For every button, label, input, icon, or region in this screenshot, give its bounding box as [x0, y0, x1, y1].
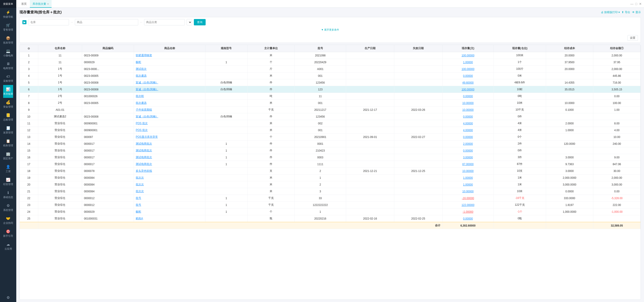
qty-link[interactable]: POS显示库存异常 — [136, 135, 158, 138]
table-cell[interactable]: 1.00000 — [442, 181, 494, 188]
qty-link[interactable]: 10.00000 — [462, 108, 474, 111]
qty-link[interactable]: POS 批次 — [136, 122, 148, 125]
qty-link[interactable]: 子件保质期组 — [136, 108, 152, 111]
qty-link[interactable]: 橱柜 — [136, 210, 141, 213]
table-cell[interactable]: 0.00000 — [442, 113, 494, 120]
sidebar-item-general[interactable]: 📒总账管理 — [3, 111, 13, 124]
qty-link[interactable]: 测试电商批次 — [136, 142, 152, 145]
sidebar-item-inventory[interactable]: 📊库存核算 — [3, 85, 13, 98]
table-cell[interactable]: 富诚（白色/闵楠） — [134, 86, 206, 93]
table-cell[interactable]: 测试批次 — [134, 66, 206, 73]
table-cell[interactable]: 0.00000 — [442, 134, 494, 140]
sidebar-item-corp[interactable]: 🤝企业协同 — [3, 214, 13, 227]
sidebar-item-newbie[interactable]: 🎯新手引导 — [3, 227, 13, 240]
qty-link[interactable]: -16.00000 — [462, 197, 474, 200]
qty-link[interactable]: 多头异色软线 — [136, 169, 152, 172]
table-cell[interactable]: 测试电商批次 — [134, 154, 206, 161]
table-cell[interactable]: POS显示库存异常 — [134, 134, 206, 140]
qty-link[interactable]: -1.00000 — [462, 210, 473, 213]
table-cell[interactable]: 富诚（白色/闵楠） — [134, 79, 206, 86]
qty-link[interactable]: 测试电商批次 — [136, 149, 152, 152]
qty-link[interactable]: 100.00000 — [462, 88, 474, 91]
table-cell[interactable]: 批次次 — [134, 181, 206, 188]
category-input[interactable] — [144, 19, 185, 25]
sidebar-item-asset[interactable]: 💰资金管理 — [3, 98, 13, 111]
qty-link[interactable]: 0.00000 — [463, 95, 473, 98]
sidebar-item-ops[interactable]: 📈经营管理 — [3, 175, 13, 188]
qty-link[interactable]: 测试电商批次 — [136, 163, 152, 166]
warehouse-input[interactable] — [28, 19, 69, 25]
table-cell[interactable]: 批次框 — [134, 93, 206, 100]
qty-link[interactable]: 1.00000 — [463, 176, 473, 180]
qty-link[interactable]: 0.00000 — [463, 149, 473, 152]
sidebar-item-sys[interactable]: ⚙系统管理 — [3, 201, 13, 214]
table-cell[interactable]: 测试电商批次 — [134, 147, 206, 154]
table-cell[interactable]: -16.00000 — [442, 195, 494, 202]
qty-link[interactable]: 批号 — [136, 196, 141, 200]
table-cell[interactable]: -1.00000 — [442, 208, 494, 215]
qty-link[interactable]: 批次遴选 — [136, 101, 146, 104]
table-cell[interactable]: 4.00000 — [442, 120, 494, 127]
qty-link[interactable]: 0.00000 — [463, 135, 473, 139]
qty-link[interactable]: 122.00000 — [462, 203, 474, 207]
table-cell[interactable]: 批号 — [134, 195, 206, 202]
qty-link[interactable]: 橱柜 — [136, 61, 141, 64]
table-cell[interactable]: 100.00000 — [442, 86, 494, 93]
qty-link[interactable]: 10.00000 — [462, 101, 474, 105]
qty-link[interactable]: 4.00000 — [463, 122, 473, 125]
expand-button[interactable]: ▶ — [22, 20, 26, 24]
qty-link[interactable]: 4.00000 — [463, 129, 473, 132]
qty-link[interactable]: 批号 — [136, 203, 141, 206]
table-cell[interactable]: 100.00000 — [442, 66, 494, 73]
table-cell[interactable]: 100.00000 — [442, 52, 494, 59]
sidebar-item-cloud[interactable]: ☁云应用 — [3, 240, 13, 253]
sidebar-item-tax[interactable]: 📋税务管理 — [3, 137, 13, 149]
table-cell[interactable]: 鲜肉A — [134, 215, 206, 222]
table-cell[interactable]: 1.00000 — [442, 175, 494, 181]
table-cell[interactable]: 富诚（白色/闵楠） — [134, 113, 206, 120]
qty-link[interactable]: 富诚（白色/闵楠） — [136, 115, 158, 118]
qty-link[interactable]: 100.00000 — [462, 68, 474, 71]
qty-link[interactable]: 0.00000 — [463, 74, 473, 77]
tab-close-inventory-batch[interactable]: ✕ — [47, 3, 49, 5]
table-cell[interactable]: 批次次 — [134, 188, 206, 195]
table-cell[interactable]: 软硬通用物资 — [134, 52, 206, 59]
table-cell[interactable]: 10.00000 — [442, 100, 494, 106]
table-cell[interactable]: 0.00000 — [442, 215, 494, 222]
qty-link[interactable]: 10.00000 — [462, 170, 474, 173]
qty-link[interactable]: 49.60000 — [462, 81, 474, 84]
maximize-btn[interactable]: □ — [636, 2, 637, 6]
table-cell[interactable]: 1.00000 — [442, 59, 494, 66]
table-cell[interactable]: 0.00000 — [442, 147, 494, 154]
table-cell[interactable]: 批次次 — [134, 175, 206, 181]
sidebar-item-wholesale[interactable]: 📦批发管理 — [3, 34, 13, 47]
close-btn[interactable]: ✕ — [639, 2, 642, 6]
qty-link[interactable]: 10.00000 — [462, 190, 474, 193]
sidebar-item-purchase[interactable]: 🏷采购管理 — [3, 72, 13, 85]
sidebar-item-ecommerce[interactable]: 🖥电商管理 — [3, 60, 13, 72]
qty-link[interactable]: 软硬通用物资 — [136, 54, 152, 57]
minimize-btn[interactable]: — — [630, 2, 634, 6]
table-cell[interactable]: 122.00000 — [442, 202, 494, 208]
qty-link[interactable]: 批次次 — [136, 176, 144, 179]
tab-home[interactable]: 首页 — [18, 0, 30, 8]
qty-link[interactable]: 1.00000 — [463, 61, 473, 64]
qty-link[interactable]: 富诚（白色/闵楠） — [136, 88, 158, 91]
qty-link[interactable]: 1.00000 — [463, 183, 473, 186]
table-cell[interactable]: 10.00000 — [442, 188, 494, 195]
qty-link[interactable]: 批次次 — [136, 190, 144, 193]
export-btn[interactable]: ⬆ 导出 — [622, 11, 630, 14]
search-button[interactable]: 查询 — [194, 19, 206, 25]
sidebar-item-basic-info[interactable]: ℹ基础信息 — [3, 188, 13, 201]
table-cell[interactable]: 批次遴选 — [134, 100, 206, 106]
qty-link[interactable]: 富诚（白色/闵楠） — [136, 81, 158, 84]
qty-link[interactable]: POS 批次 — [136, 128, 148, 132]
table-cell[interactable]: POS 批次 — [134, 127, 206, 134]
table-cell[interactable]: 批号 — [134, 202, 206, 208]
toggle-btn[interactable]: 👁 显示 — [632, 11, 641, 14]
sidebar-item-quick-nav[interactable]: ⚡快捷导航 — [3, 8, 13, 21]
table-cell[interactable]: 橱柜 — [134, 208, 206, 215]
table-cell[interactable]: 0.00000 — [442, 93, 494, 100]
table-cell[interactable]: 多头异色软线 — [134, 168, 206, 175]
expand-more-btn[interactable]: ▼ 展开更多条件 — [320, 27, 341, 32]
